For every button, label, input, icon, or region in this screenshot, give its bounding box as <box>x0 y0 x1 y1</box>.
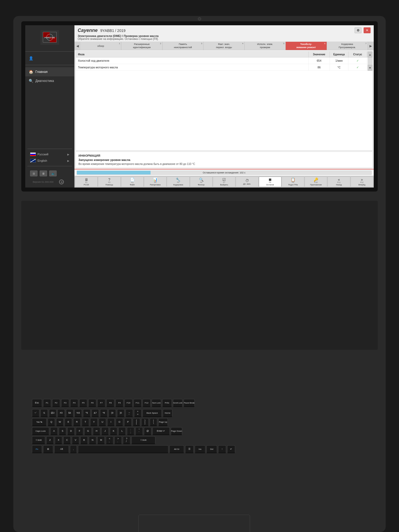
tab-identification[interactable]: 2 Расширенные идентификации <box>121 42 162 50</box>
toolbar-pcss[interactable]: 🖥 F1 PCS5 <box>75 177 98 187</box>
toolbar-stop[interactable]: ⏹ F8 Останов <box>259 177 281 187</box>
key-s[interactable]: S <box>59 427 66 435</box>
tab-coding[interactable]: 7 Кодировка Программиров. <box>327 42 368 50</box>
toolbar-app[interactable]: 🔑 F10 Приложение <box>305 177 327 187</box>
key-i[interactable]: I <box>107 418 115 426</box>
tool-btn-1[interactable]: ⊟ <box>30 171 38 176</box>
key-comma[interactable]: <, <box>106 436 113 444</box>
key-t[interactable]: T <box>82 418 89 426</box>
key-plus[interactable]: += <box>134 409 142 417</box>
key-g[interactable]: G <box>84 427 92 435</box>
toolbar-back[interactable]: « F11 Назад <box>327 177 350 187</box>
key-p[interactable]: P <box>124 418 132 426</box>
key-f10[interactable]: F10 <box>124 399 132 407</box>
key-ins[interactable]: Ins <box>195 445 205 453</box>
key-scroll[interactable]: Scroll Lock <box>173 399 182 407</box>
key-prtsc[interactable]: PrtSc <box>162 399 172 407</box>
key-e[interactable]: E <box>65 418 72 426</box>
key-f3[interactable]: F3 <box>61 399 69 407</box>
key-home[interactable]: Home <box>163 409 172 417</box>
key-win[interactable]: ⊞ <box>43 445 53 453</box>
key-b[interactable]: B <box>80 436 88 444</box>
tab-actuators[interactable]: 5 Исполн. элем. проверки <box>245 42 286 50</box>
tab-actual-values[interactable]: 4 Факт. знач. перекл. входы <box>203 42 244 50</box>
sidebar-item-home[interactable]: 🏠 Главная <box>25 67 74 76</box>
key-k[interactable]: K <box>110 427 117 435</box>
key-comma2[interactable]: , <box>70 445 77 453</box>
key-h[interactable]: H <box>93 427 100 435</box>
key-9[interactable]: (9 <box>109 409 116 417</box>
key-y[interactable]: Y <box>90 418 98 426</box>
key-f[interactable]: F <box>76 427 83 435</box>
key-period[interactable]: >. <box>114 436 122 444</box>
key-slash[interactable]: ?/ <box>123 436 130 444</box>
key-del[interactable]: Del <box>206 445 217 453</box>
key-ralt[interactable]: Alt Gr <box>169 445 184 453</box>
toolbar-report[interactable]: 📊 F4 Рапортовка <box>144 177 167 187</box>
sidebar-item-diagnostics[interactable]: 🔍 Диагностика <box>25 76 74 85</box>
key-8[interactable]: *8 <box>100 409 107 417</box>
key-f8[interactable]: F8 <box>106 399 114 407</box>
lang-russian[interactable]: Русский ▶ <box>27 151 72 157</box>
key-6[interactable]: ^6 <box>83 409 90 417</box>
toolbar-select[interactable]: ☑ F7 Выбрать <box>213 177 235 187</box>
tab-nav-right[interactable]: ▶ <box>368 42 374 50</box>
key-f9[interactable]: F9 <box>115 399 123 407</box>
key-f5[interactable]: F5 <box>79 399 87 407</box>
scroll-down-btn[interactable]: ▼ <box>368 65 372 71</box>
key-f6[interactable]: F6 <box>88 399 96 407</box>
key-pagedown[interactable]: Page Down <box>171 427 182 435</box>
close-button[interactable]: ✕ <box>364 27 371 33</box>
key-f1[interactable]: F1 <box>43 399 51 407</box>
key-tab[interactable]: Tab ↹ <box>32 418 47 426</box>
key-quote[interactable]: "' <box>135 427 143 435</box>
key-rshift[interactable]: ⇧Shift <box>131 436 155 444</box>
key-pageup[interactable]: Page Up <box>158 418 168 426</box>
key-esc[interactable]: Esc <box>32 399 42 407</box>
key-m[interactable]: M <box>97 436 105 444</box>
key-lalt[interactable]: Alt <box>54 445 69 453</box>
tab-maintenance[interactable]: 6 Техобслу- живание ремонт <box>286 42 327 50</box>
key-c[interactable]: C <box>63 436 71 444</box>
key-r[interactable]: R <box>73 418 81 426</box>
key-capslock[interactable]: Caps Lock <box>32 427 49 435</box>
toolbar-forward[interactable]: » F12 Вперёд <box>351 177 373 187</box>
toolbar-filter[interactable]: 🔍 F6 Фильтр <box>190 177 213 187</box>
toolbar-coding[interactable]: 🔧 F5 Кодировка <box>167 177 189 187</box>
key-1[interactable]: !1 <box>40 409 48 417</box>
sidebar-item-user[interactable]: 👤 <box>25 54 74 63</box>
key-up[interactable]: ↑ <box>218 445 226 453</box>
key-enter[interactable]: Enter ↵ <box>152 427 170 435</box>
key-0[interactable]: )0 <box>117 409 124 417</box>
key-v[interactable]: V <box>72 436 79 444</box>
key-lshift[interactable]: ⇧Shift <box>32 436 45 444</box>
tool-btn-2[interactable]: 🖥 <box>40 171 47 176</box>
settings-button[interactable]: ⚙ <box>355 27 361 33</box>
key-backtick[interactable]: ~` <box>32 409 39 417</box>
key-7[interactable]: &7 <box>92 409 99 417</box>
tab-overview[interactable]: 1 обзор <box>80 42 121 50</box>
key-n[interactable]: N <box>89 436 96 444</box>
key-backspace[interactable]: Back Space <box>143 409 162 417</box>
key-5[interactable]: %5 <box>74 409 82 417</box>
key-rbracket[interactable]: }] <box>141 418 149 426</box>
key-lbracket[interactable]: {[ <box>133 418 140 426</box>
tab-nav-left[interactable]: ◀ <box>74 42 80 50</box>
key-f12[interactable]: F12 <box>143 399 151 407</box>
tab-faults[interactable]: 3 Память неисправностей <box>163 42 203 50</box>
key-fn[interactable]: Fn <box>32 445 42 453</box>
key-f4[interactable]: F4 <box>70 399 78 407</box>
toolbar-duration[interactable]: ⏱ Дл. мин. <box>236 177 258 187</box>
key-enter2[interactable]: ↵ <box>227 445 235 453</box>
scroll-up-btn[interactable]: ▲ <box>368 52 372 57</box>
key-semicolon[interactable]: :; <box>127 427 134 435</box>
key-f7[interactable]: F7 <box>97 399 105 407</box>
key-d[interactable]: D <box>67 427 75 435</box>
key-minus[interactable]: _- <box>126 409 133 417</box>
key-2[interactable]: @2 <box>49 409 56 417</box>
key-q[interactable]: Q <box>48 418 55 426</box>
key-4[interactable]: $4 <box>66 409 73 417</box>
key-u[interactable]: U <box>99 418 106 426</box>
key-o[interactable]: O <box>116 418 123 426</box>
key-f11[interactable]: F11 <box>134 399 142 407</box>
